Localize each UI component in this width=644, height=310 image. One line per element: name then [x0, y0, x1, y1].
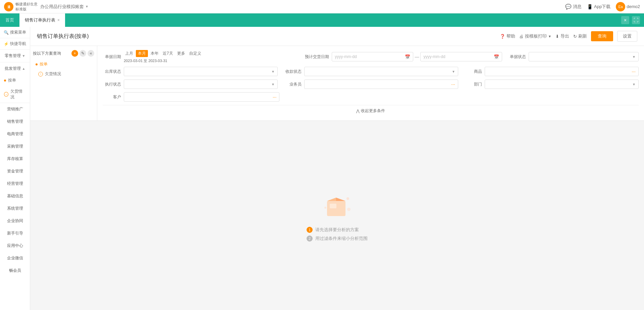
print-btn[interactable]: 🖨 按模板打印 ▼ [519, 33, 551, 39]
calendar-start-icon: 📅 [405, 54, 410, 59]
payment-select[interactable]: ▼ [304, 67, 458, 76]
breadcrumb[interactable]: 办公用品行业模拟账套 ▼ [40, 4, 89, 10]
top-bar-right: 💬 消息 📱 App下载 Ea demo2 [565, 2, 640, 11]
delivery-label: 出库状态 [103, 69, 121, 74]
exec-arrow-icon: ▼ [271, 83, 275, 86]
avatar: Ea [616, 2, 625, 11]
date-tab-last-month[interactable]: 上月 [124, 50, 135, 57]
delivery-select[interactable]: ▼ [124, 67, 278, 76]
message-icon: 💬 [565, 4, 572, 10]
sidebar-item-wholesale[interactable]: 批发管理 ▲ [0, 62, 30, 75]
page-header: 销售订单执行表(按单) ❓ 帮助 🖨 按模板打印 ▼ ⬇ 导出 ↻ 刷新 [30, 27, 644, 46]
sidebar-item-basic[interactable]: 基础信息 [0, 190, 30, 202]
date-tab-this-year[interactable]: 本年 [149, 50, 160, 57]
page-title: 销售订单执行表(按单) [37, 33, 89, 40]
scheme-item-active[interactable]: 按单 [33, 59, 94, 69]
empty-hint-2: 2 用过滤条件来缩小分析范围 [307, 236, 368, 242]
exec-label: 执行状态 [103, 82, 121, 87]
sidebar-item-appstore[interactable]: 应用中心 [0, 240, 30, 252]
content-area: 销售订单执行表(按单) ❓ 帮助 🖨 按模板打印 ▼ ⬇ 导出 ↻ 刷新 [30, 27, 644, 310]
sidebar-item-finance[interactable]: 资金管理 [0, 165, 30, 177]
scheme-collapse-btn[interactable]: « [88, 50, 94, 57]
goods-dots-icon[interactable]: ··· [632, 69, 636, 74]
estimated-date-start[interactable]: yyyy-mm-dd 📅 [332, 52, 413, 61]
svg-rect-2 [327, 201, 345, 216]
empty-hints: 1 请先选择要分析的方案 2 用过滤条件来缩小分析范围 [307, 227, 368, 242]
query-button[interactable]: 查询 [591, 31, 613, 41]
customer-dots-icon[interactable]: ··· [273, 94, 277, 100]
logo-area: 通 畅捷通好生意 标准版 [4, 2, 38, 11]
help-btn[interactable]: ❓ 帮助 [500, 33, 515, 39]
sidebar-group-retail: 零售管理 ▼ [0, 50, 30, 62]
sidebar-item-system[interactable]: 系统管理 [0, 202, 30, 215]
tab-close-icon[interactable]: × [57, 18, 60, 22]
filter-scheme-header: 按以下方案查询 + ✎ « [33, 50, 94, 57]
goods-input[interactable]: ··· [485, 67, 639, 76]
sidebar-item-enterprise[interactable]: 企业协同 [0, 215, 30, 227]
status-select[interactable]: ▼ [529, 52, 639, 61]
date-tab-custom[interactable]: 自定义 [188, 50, 203, 57]
sidebar-shortcut[interactable]: ⚡ 快捷导航 [0, 38, 30, 50]
sidebar-item-marketing[interactable]: 营销推广 [0, 103, 30, 115]
sidebar: 🔍 搜索菜单 ⚡ 快捷导航 零售管理 ▼ 批发管理 ▲ 按单 ○ 欠货情况 [0, 27, 30, 310]
date-tab-more[interactable]: 更多 [176, 50, 186, 57]
logo-icon: 通 [4, 2, 13, 11]
filter-delivery-field: 出库状态 ▼ [103, 67, 278, 76]
staff-dots-icon[interactable]: ··· [451, 82, 455, 87]
sidebar-item-operations[interactable]: 经营管理 [0, 177, 30, 190]
sidebar-item-guide[interactable]: 新手引导 [0, 227, 30, 240]
scheme-subitem[interactable]: ○ 欠货情况 [33, 69, 94, 79]
sidebar-item-wechat[interactable]: 企业微信 [0, 252, 30, 264]
sidebar-search[interactable]: 🔍 搜索菜单 [0, 27, 30, 38]
sidebar-item-member[interactable]: 畅会员 [0, 264, 30, 277]
print-arrow-icon: ▼ [548, 35, 551, 38]
top-bar: 通 畅捷通好生意 标准版 办公用品行业模拟账套 ▼ 💬 消息 📱 App下载 E… [0, 0, 644, 13]
svg-rect-5 [330, 204, 336, 208]
filter-date-field: 单据日期 上月 本月 本年 近7天 更多 自定义 [103, 50, 300, 63]
collapse-icon: ⋀ [356, 109, 360, 113]
staff-input[interactable]: ··· [304, 80, 458, 89]
customer-label: 客户 [103, 94, 121, 100]
scheme-dot-icon [36, 63, 38, 65]
sidebar-item-ecommerce[interactable]: 电商管理 [0, 128, 30, 140]
scheme-edit-btn[interactable]: ✎ [79, 50, 86, 57]
app-download-btn[interactable]: 📱 App下载 [587, 4, 610, 10]
tab-home[interactable]: 首页 [0, 13, 19, 27]
tab-bar-actions: × ⛶ [621, 16, 644, 24]
sidebar-item-inventory[interactable]: 库存核算 [0, 153, 30, 165]
collapse-more-btn[interactable]: ⋀ 收起更多条件 [103, 105, 639, 116]
sidebar-item-purchase[interactable]: 采购管理 [0, 140, 30, 153]
sidebar-subitem-shortage[interactable]: ○ 欠货情况 [0, 86, 30, 103]
search-icon: 🔍 [4, 30, 9, 35]
date-tab-7days[interactable]: 近7天 [161, 50, 174, 57]
svg-point-6 [346, 197, 349, 200]
estimated-date-end[interactable]: yyyy-mm-dd 📅 [420, 52, 502, 61]
shortcut-icon: ⚡ [4, 42, 9, 46]
exec-select[interactable]: ▼ [124, 80, 278, 89]
customer-input[interactable]: ··· [124, 92, 279, 102]
date-separator: — [415, 54, 419, 59]
dept-label: 部门 [464, 82, 482, 87]
window-close-btn[interactable]: × [621, 16, 629, 24]
date-tab-this-month[interactable]: 本月 [136, 50, 148, 57]
filter-customer-field: 客户 ··· [103, 92, 279, 102]
user-avatar-area[interactable]: Ea demo2 [616, 2, 640, 11]
date-range-inputs: yyyy-mm-dd 📅 — yyyy-mm-dd 📅 [332, 52, 502, 61]
sidebar-item-retail[interactable]: 零售管理 ▼ [0, 50, 30, 62]
download-icon: 📱 [587, 4, 593, 9]
tab-sales-order[interactable]: 销售订单执行表 × [19, 13, 65, 27]
scheme-actions: + ✎ « [71, 50, 94, 57]
scheme-add-btn[interactable]: + [71, 50, 78, 57]
sub-circle-icon: ○ [38, 72, 43, 76]
main-area: 🔍 搜索菜单 ⚡ 快捷导航 零售管理 ▼ 批发管理 ▲ 按单 ○ 欠货情况 [0, 27, 644, 310]
window-maximize-btn[interactable]: ⛶ [632, 16, 640, 24]
sidebar-subitem-by-order[interactable]: 按单 [0, 75, 30, 86]
dept-select[interactable]: ▼ [485, 80, 639, 89]
sidebar-item-sales[interactable]: 销售管理 [0, 115, 30, 128]
status-arrow-icon: ▼ [632, 55, 636, 59]
refresh-btn[interactable]: ↻ 刷新 [573, 33, 587, 39]
setting-button[interactable]: 设置 [617, 31, 637, 42]
message-btn[interactable]: 💬 消息 [565, 4, 582, 10]
wholesale-arrow-icon: ▲ [22, 67, 25, 70]
export-btn[interactable]: ⬇ 导出 [555, 33, 569, 39]
